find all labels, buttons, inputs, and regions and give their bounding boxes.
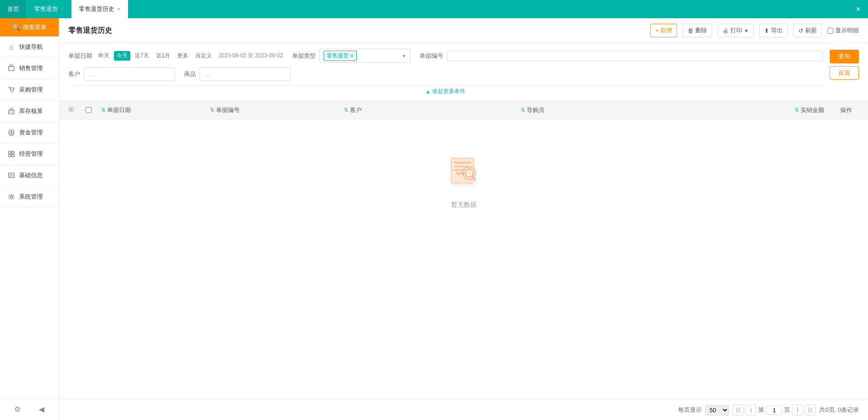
sidebar-item-inventory[interactable]: 库存核算 bbox=[0, 101, 59, 122]
refresh-label: 刷新 bbox=[805, 26, 817, 35]
tab-retail-return-history-close[interactable]: × bbox=[117, 6, 120, 12]
page-first-btn[interactable]: ⟨⟨ bbox=[733, 405, 744, 415]
th-docno-icon: ⇅ bbox=[210, 107, 214, 113]
sidebar-item-operation[interactable]: 经营管理 bbox=[0, 143, 59, 165]
purchase-icon bbox=[7, 86, 15, 94]
settings-bottom-icon[interactable]: ⚙ bbox=[12, 404, 23, 415]
home-icon: ⌂ bbox=[7, 43, 15, 51]
top-bar: 首页 零售退货 × 零售退货历史 × × bbox=[0, 0, 868, 18]
tab-home[interactable]: 首页 bbox=[0, 0, 27, 18]
page-actions: + 新增 🗑 删除 🖨 打印 ▼ ⬆ 导出 ↺ 刷新 bbox=[650, 24, 859, 37]
main-layout: 🔍 搜索菜单 ⌂ 快捷导航 销售管理 采购管理 库存核算 bbox=[0, 18, 868, 420]
volume-icon[interactable]: ◀ bbox=[36, 404, 47, 415]
customer-select[interactable]: ... bbox=[84, 67, 175, 81]
tab-retail-return[interactable]: 零售退货 × bbox=[27, 0, 72, 18]
inventory-icon bbox=[7, 107, 15, 115]
filter-date-item: 单据日期 昨天 今天 近7天 近1月 更多 自定义 2023-06-02 至 2… bbox=[68, 51, 283, 61]
sidebar-item-finance[interactable]: 资金管理 bbox=[0, 122, 59, 143]
print-arrow-icon: ▼ bbox=[744, 28, 749, 33]
th-amount-icon: ⇅ bbox=[795, 107, 799, 113]
sidebar: 🔍 搜索菜单 ⌂ 快捷导航 销售管理 采购管理 库存核算 bbox=[0, 18, 59, 420]
doctype-filter-label: 单据类型 bbox=[292, 52, 316, 60]
sales-icon bbox=[7, 64, 15, 72]
total-info: 共0页, 0条记录 bbox=[819, 406, 859, 414]
doctype-tag-close[interactable]: × bbox=[350, 53, 354, 59]
tab-list: 首页 零售退货 × 零售退货历史 × bbox=[0, 0, 848, 18]
th-action-label: 操作 bbox=[840, 106, 852, 114]
date-btn-1month[interactable]: 近1月 bbox=[154, 51, 173, 61]
svg-point-1 bbox=[11, 92, 12, 92]
window-close-button[interactable]: × bbox=[856, 5, 861, 14]
date-btn-more[interactable]: 更多 bbox=[175, 51, 191, 61]
goods-select[interactable]: ... bbox=[200, 67, 291, 81]
setting-button[interactable]: 设置 bbox=[830, 66, 859, 80]
sidebar-item-sales[interactable]: 销售管理 bbox=[0, 58, 59, 79]
th-docno[interactable]: ⇅ 单据编号 bbox=[206, 106, 341, 114]
docno-input[interactable] bbox=[447, 51, 822, 61]
docno-filter-label: 单据编号 bbox=[420, 52, 443, 60]
select-all-checkbox[interactable] bbox=[86, 107, 92, 113]
export-icon: ⬆ bbox=[764, 27, 769, 34]
doctype-dropdown-icon: ▼ bbox=[401, 53, 406, 59]
page-input[interactable] bbox=[766, 405, 782, 415]
show-detail-checkbox[interactable] bbox=[827, 28, 833, 34]
th-amount[interactable]: ⇅ 实销金额 bbox=[736, 106, 828, 114]
sidebar-item-quicknav[interactable]: ⌂ 快捷导航 bbox=[0, 36, 59, 58]
sidebar-item-quicknav-label: 快捷导航 bbox=[19, 43, 43, 51]
page-next-btn[interactable]: ⟩ bbox=[792, 405, 803, 415]
sidebar-item-operation-label: 经营管理 bbox=[19, 150, 43, 158]
add-button[interactable]: + 新增 bbox=[650, 24, 677, 37]
svg-rect-14 bbox=[454, 162, 471, 164]
sidebar-search[interactable]: 🔍 搜索菜单 bbox=[0, 18, 59, 36]
top-bar-right: × bbox=[848, 5, 868, 14]
th-customer-icon: ⇅ bbox=[344, 107, 348, 113]
doctype-select[interactable]: 零售退货 × ▼ bbox=[319, 49, 411, 63]
th-guide[interactable]: ⇅ 导购员 bbox=[517, 106, 652, 114]
sidebar-item-basicinfo[interactable]: 基础信息 bbox=[0, 165, 59, 186]
page-last-btn[interactable]: ⟩⟩ bbox=[805, 405, 816, 415]
date-btn-yesterday[interactable]: 昨天 bbox=[96, 51, 112, 61]
refresh-button[interactable]: ↺ 刷新 bbox=[793, 24, 822, 37]
sidebar-item-basicinfo-label: 基础信息 bbox=[19, 171, 43, 179]
page-header: 零售退货历史 + 新增 🗑 删除 🖨 打印 ▼ ⬆ 导出 ↺ bbox=[59, 18, 868, 43]
th-date-label: 单据日期 bbox=[107, 106, 131, 114]
tab-retail-return-history[interactable]: 零售退货历史 × bbox=[72, 0, 128, 18]
delete-button[interactable]: 🗑 删除 bbox=[683, 24, 712, 37]
collapse-btn[interactable]: ▲ 收起更多条件 bbox=[68, 85, 822, 97]
date-btn-custom[interactable]: 自定义 bbox=[193, 51, 215, 61]
sidebar-item-purchase[interactable]: 采购管理 bbox=[0, 79, 59, 101]
filter-customer-item: 客户 ... bbox=[68, 67, 175, 81]
goods-dots: ... bbox=[204, 69, 211, 79]
filter-row-2: 客户 ... 商品 ... bbox=[68, 67, 822, 81]
table-settings-icon[interactable] bbox=[68, 106, 74, 114]
delete-icon: 🗑 bbox=[688, 27, 693, 34]
page-prev-btn[interactable]: ⟨ bbox=[745, 405, 756, 415]
date-btn-today[interactable]: 今天 bbox=[114, 51, 130, 61]
export-button[interactable]: ⬆ 导出 bbox=[759, 24, 788, 37]
sidebar-search-label: 搜索菜单 bbox=[23, 23, 46, 31]
search-icon: 🔍 bbox=[12, 24, 20, 31]
operation-icon bbox=[7, 150, 15, 158]
per-page-select[interactable]: 50 10 20 100 bbox=[705, 405, 729, 415]
svg-point-21 bbox=[461, 172, 463, 174]
svg-point-4 bbox=[9, 130, 14, 135]
th-settings[interactable] bbox=[63, 106, 79, 114]
print-button[interactable]: 🖨 打印 ▼ bbox=[718, 24, 754, 37]
date-shortcuts: 昨天 今天 近7天 近1月 更多 自定义 bbox=[96, 51, 215, 61]
date-btn-7days[interactable]: 近7天 bbox=[132, 51, 152, 61]
collapse-label: 收起更多条件 bbox=[432, 87, 465, 95]
filter-doctype-item: 单据类型 零售退货 × ▼ bbox=[292, 49, 411, 63]
svg-rect-7 bbox=[9, 154, 11, 157]
query-button[interactable]: 查询 bbox=[830, 50, 859, 63]
basicinfo-icon bbox=[7, 171, 15, 179]
tab-retail-return-close[interactable]: × bbox=[61, 6, 64, 12]
th-date[interactable]: ⇅ 单据日期 bbox=[98, 106, 206, 114]
date-filter-label: 单据日期 bbox=[68, 52, 92, 60]
th-customer[interactable]: ⇅ 客户 bbox=[340, 106, 517, 114]
svg-point-11 bbox=[70, 108, 72, 110]
th-checkbox[interactable] bbox=[79, 107, 98, 113]
sidebar-item-system[interactable]: 系统管理 bbox=[0, 186, 59, 208]
show-detail-checkbox-label[interactable]: 显示明细 bbox=[827, 26, 859, 35]
sidebar-item-finance-label: 资金管理 bbox=[19, 128, 43, 137]
print-label: 打印 bbox=[730, 26, 742, 35]
